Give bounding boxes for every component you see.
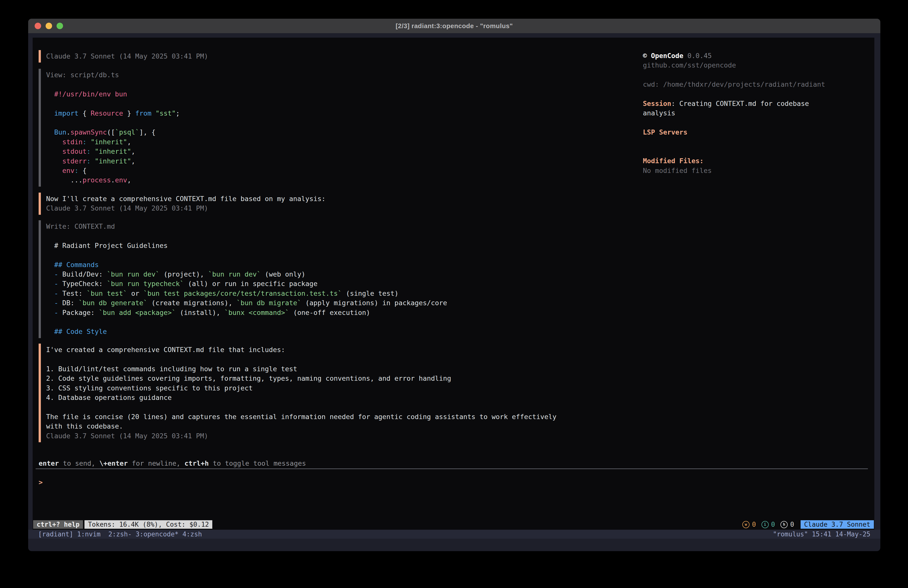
info-count-badge: i 0 bbox=[761, 521, 775, 528]
terminal-text-line: - Test: `bun test` or `bun test packages… bbox=[46, 289, 649, 298]
hint-count-badge: h 0 bbox=[781, 521, 794, 528]
terminal-text-line bbox=[46, 403, 649, 412]
close-button[interactable] bbox=[35, 23, 41, 29]
assistant-meta-block: Claude 3.7 Sonnet (14 May 2025 03:41 PM) bbox=[39, 50, 649, 63]
hint-count: 0 bbox=[790, 521, 794, 528]
opencode-tui: Claude 3.7 Sonnet (14 May 2025 03:41 PM)… bbox=[33, 38, 874, 530]
terminal-text-line: LSP Servers bbox=[643, 127, 872, 137]
tokens-cost-chip: Tokens: 16.4K (8%), Cost: $0.12 bbox=[84, 520, 212, 529]
terminal-text-line: Claude 3.7 Sonnet (14 May 2025 03:41 PM) bbox=[46, 431, 649, 441]
terminal-text-line: I've created a comprehensive CONTEXT.md … bbox=[46, 345, 649, 354]
help-shortcut-chip: ctrl+? help bbox=[33, 520, 83, 529]
terminal-text-line: stdout: "inherit", bbox=[46, 147, 649, 156]
warning-count-badge: w 0 bbox=[742, 521, 756, 528]
terminal-text-line: stdin: "inherit", bbox=[46, 137, 649, 147]
terminal-text-line: import { Resource } from "sst"; bbox=[46, 109, 649, 118]
terminal-text-line bbox=[46, 317, 649, 327]
assistant-message-block: Now I'll create a comprehensive CONTEXT.… bbox=[39, 193, 649, 215]
window-title: [2/3] radiant:3:opencode - "romulus" bbox=[396, 22, 513, 30]
terminal-text-line: No modified files bbox=[643, 166, 872, 176]
terminal-text-line: The file is concise (20 lines) and captu… bbox=[46, 412, 649, 422]
window-titlebar: [2/3] radiant:3:opencode - "romulus" bbox=[28, 19, 881, 33]
tmux-session-clock: "romulus" 15:41 14-May-25 bbox=[773, 530, 870, 538]
terminal-text-line: View: script/db.ts bbox=[46, 70, 649, 80]
terminal-text-line bbox=[643, 89, 872, 99]
tmux-statusbar: [radiant] 1:nvim 2:zsh- 3:opencode* 4:zs… bbox=[28, 530, 881, 539]
terminal-text-line: 2. Code style guidelines covering import… bbox=[46, 374, 649, 383]
circled-h-icon: h bbox=[781, 521, 788, 528]
terminal-text-line: 3. CSS styling conventions specific to t… bbox=[46, 383, 649, 393]
terminal-text-line: env: { bbox=[46, 166, 649, 176]
opencode-statusbar: ctrl+? help Tokens: 16.4K (8%), Cost: $0… bbox=[33, 520, 874, 529]
terminal-text-line bbox=[46, 250, 649, 260]
tool-output-block-write: Write: CONTEXT.md # Radiant Project Guid… bbox=[39, 220, 649, 338]
keybinding-help-line: enter to send, \+enter for newline, ctrl… bbox=[39, 459, 686, 468]
terminal-text-line bbox=[46, 118, 649, 127]
terminal-text-line: cwd: /home/thdxr/dev/projects/radiant/ra… bbox=[643, 80, 872, 89]
terminal-text-line: 4. Database operations guidance bbox=[46, 393, 649, 403]
terminal-text-line: analysis bbox=[643, 108, 872, 118]
terminal-text-line bbox=[643, 147, 872, 156]
terminal-text-line: Modified Files: bbox=[643, 156, 872, 166]
assistant-summary-block: I've created a comprehensive CONTEXT.md … bbox=[39, 343, 649, 442]
tmux-window-list[interactable]: [radiant] 1:nvim 2:zsh- 3:opencode* 4:zs… bbox=[38, 530, 202, 538]
terminal-text-line bbox=[46, 354, 649, 364]
terminal-text-line: ...process.env, bbox=[46, 176, 649, 185]
circled-w-icon: w bbox=[742, 521, 750, 528]
terminal-text-line: Claude 3.7 Sonnet (14 May 2025 03:41 PM) bbox=[46, 203, 649, 213]
terminal-text-line: © OpenCode 0.0.45 bbox=[643, 51, 872, 61]
terminal-body: Claude 3.7 Sonnet (14 May 2025 03:41 PM)… bbox=[28, 33, 881, 551]
terminal-text-line bbox=[46, 99, 649, 108]
circled-i-icon: i bbox=[761, 521, 769, 528]
traffic-lights bbox=[35, 23, 63, 29]
terminal-text-line: Write: CONTEXT.md bbox=[46, 222, 649, 231]
terminal-text-line: #!/usr/bin/env bun bbox=[46, 89, 649, 99]
terminal-text-line: - Build/Dev: `bun run dev` (project), `b… bbox=[46, 270, 649, 279]
terminal-text-line: stderr: "inherit", bbox=[46, 156, 649, 166]
tool-output-block-view: View: script/db.ts #!/usr/bin/env bun im… bbox=[39, 69, 649, 187]
terminal-window: [2/3] radiant:3:opencode - "romulus" Cla… bbox=[28, 19, 881, 551]
terminal-text-line: # Radiant Project Guidelines bbox=[46, 241, 649, 250]
terminal-text-line bbox=[643, 137, 872, 147]
terminal-text-line: with this codebase. bbox=[46, 422, 649, 431]
prompt-caret-icon: > bbox=[39, 478, 43, 486]
terminal-text-line: ## Commands bbox=[46, 260, 649, 270]
info-count: 0 bbox=[771, 521, 775, 528]
zoom-button[interactable] bbox=[56, 23, 63, 29]
diagnostics-counters: w 0 i 0 h 0 bbox=[740, 521, 794, 528]
warning-count: 0 bbox=[752, 521, 756, 528]
terminal-text-line: - TypeCheck: `bun run typecheck` (all) o… bbox=[46, 279, 649, 288]
terminal-text-line: Bun.spawnSync([`psql`], { bbox=[46, 127, 649, 137]
terminal-text-line bbox=[46, 80, 649, 89]
terminal-text-line: 1. Build/lint/test commands including ho… bbox=[46, 364, 649, 374]
help-text: enter to send, \+enter for newline, ctrl… bbox=[39, 459, 686, 468]
terminal-text-line: - DB: `bun db generate` (create migratio… bbox=[46, 298, 649, 308]
terminal-text-line: - Package: `bun add <package>` (install)… bbox=[46, 308, 649, 317]
terminal-text-line: ## Code Style bbox=[46, 327, 649, 337]
terminal-text-line: Session: Creating CONTEXT.md for codebas… bbox=[643, 99, 872, 108]
minimize-button[interactable] bbox=[46, 23, 52, 29]
input-divider bbox=[35, 469, 868, 469]
terminal-text-line bbox=[643, 70, 872, 80]
terminal-text-line bbox=[46, 231, 649, 241]
terminal-text-line: Now I'll create a comprehensive CONTEXT.… bbox=[46, 194, 649, 203]
model-chip: Claude 3.7 Sonnet bbox=[801, 520, 874, 529]
screen-backdrop: { "theme": { "accent_peach": "#f0a886", … bbox=[0, 0, 908, 588]
prompt-input[interactable]: > bbox=[39, 478, 637, 487]
session-sidebar: © OpenCode 0.0.45github.com/sst/opencode… bbox=[643, 38, 872, 176]
terminal-text-line: Claude 3.7 Sonnet (14 May 2025 03:41 PM) bbox=[46, 52, 649, 61]
terminal-text-line: github.com/sst/opencode bbox=[643, 61, 872, 70]
terminal-text-line bbox=[643, 118, 872, 127]
